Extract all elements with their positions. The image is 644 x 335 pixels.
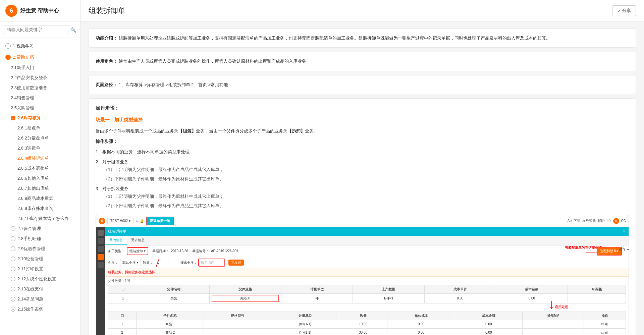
mock-annotation-row: 组装业务、拆卸业务在这里选择 — [105, 268, 629, 277]
mock-warehouse-search: 拆单仓库 — [198, 259, 225, 267]
mock-warehouse-search-label: 搜索仓库： — [180, 261, 197, 264]
mock-upper-table-label: 父件数量：1/件 — [108, 278, 626, 284]
role-text: 通常由生产人员或库管人员完成拆装业务的操作，库管人员确认原材料的出库和产成品的入… — [119, 59, 306, 64]
sidebar-item-stocktake[interactable]: 2.6.1盘点单 — [17, 123, 80, 133]
mock-th-qty2: 上产数量 — [353, 285, 425, 293]
table-cell: 关光 — [138, 293, 210, 303]
sidebar-logo: 6 好生意 帮助中心 — [0, 0, 80, 22]
table-cell: 1/件×1 — [353, 293, 425, 303]
table-cell: 0.00 — [455, 328, 522, 335]
mock-th-unit: 计量单位 — [281, 285, 353, 293]
svg-line-1 — [156, 259, 159, 268]
sidebar-item-cost-adjust[interactable]: 2.6.5成本调整单 — [17, 163, 80, 173]
plus-icon: + — [5, 43, 11, 49]
mock-label-date: 单据日期： — [152, 248, 169, 254]
nav-section-docs: - 2.帮助文档 2.1新手入门 2.2产品安装及登录 2.3使用前数据准备 2… — [0, 52, 80, 314]
mock-main-layout: 组装拆卸单 ✕ 基础信息 更多信息 加工类型： 组装拆卸 — [96, 227, 629, 335]
sidebar-item-inventory[interactable]: - 2.6库存核算 — [11, 113, 80, 123]
mock-sidebar-icon1 — [98, 230, 104, 236]
sidebar-item-ledger-query[interactable]: 2.6.9库存账本查询 — [17, 204, 80, 214]
mock-bom-btn: 选配料清单▾ — [597, 247, 622, 256]
sidebar-item-cases[interactable]: + 2.15操作案例 — [11, 304, 80, 314]
annotation-type-arrow — [152, 259, 166, 269]
sidebar-item-ledger-fix[interactable]: 2.6.10库存账本错了怎么办 — [17, 214, 80, 224]
sidebar-item-install[interactable]: 2.2产品安装及登录 — [11, 73, 80, 83]
sidebar-item-label-docs: 2.帮助文档 — [13, 54, 34, 60]
list-item: 1、根据不同的业务，选择不同单据的类型来处理 — [96, 148, 629, 156]
sidebar-item-faq[interactable]: + 2.14常见问题 — [11, 294, 80, 304]
minus-icon: - — [5, 55, 11, 60]
mock-form-title: 组装拆卸单 — [108, 228, 126, 235]
plus-icon-coupon: + — [11, 246, 15, 251]
sidebar-item-partial-stocktake[interactable]: 2.6.2分量盘点单 — [17, 133, 80, 143]
sidebar-item-coupon[interactable]: + 2.9优惠券管理 — [11, 244, 80, 254]
sidebar-item-payment[interactable]: + 2.13在线支付 — [11, 284, 80, 294]
sidebar-item-settings[interactable]: + 2.12系统个性化设置 — [11, 274, 80, 284]
list-item: （2）下部明细为子件明细，最终作为产成品生成其它入库单。 — [104, 202, 629, 210]
mock-icon2: 🔔 — [140, 218, 144, 224]
nav-sub-docs: 2.1新手入门 2.2产品安装及登录 2.3使用前数据准备 2.4销售管理 2.… — [0, 63, 80, 314]
plus-icon-settings: + — [11, 277, 15, 281]
table-cell: 30.00 — [339, 328, 387, 335]
mock-tabs: 基础信息 更多信息 — [105, 236, 629, 245]
share-button[interactable]: ↗ 分享 — [612, 5, 636, 16]
mock-confirm-btn[interactable]: 立发完 — [228, 260, 244, 266]
mock-th-check: ☐ — [108, 285, 138, 293]
sidebar-item-mobile[interactable]: + 2.8手机旺铺 — [11, 234, 80, 244]
sidebar-item-print[interactable]: + 2.11打印设置 — [11, 264, 80, 274]
sidebar-item-docs[interactable]: - 2.帮助文档 — [0, 52, 80, 63]
annotation-enable-arrow — [548, 301, 555, 309]
mock-link-center: 帮助中心 — [598, 218, 611, 224]
mock-label-docno: 单据编号： — [192, 248, 209, 254]
scenario-title: 场景一：加工类型选择 — [96, 116, 629, 124]
mock-lth-amount: 成本金额 — [455, 312, 522, 320]
sidebar-item-cost-recalc[interactable]: 2.6.8商品成本重算 — [17, 193, 80, 204]
sidebar-item-other-in[interactable]: 2.6.6其他入库单 — [17, 173, 80, 183]
sidebar-item-data-prep[interactable]: 2.3使用前数据准备 — [11, 83, 80, 93]
mock-th-available: 可调整 — [568, 285, 626, 293]
mock-icon1: ⚙ — [136, 218, 139, 224]
mock-tab-more[interactable]: 更多信息 — [127, 236, 149, 245]
mock-lower-table-container: ☐ 子件名称 规格型号 计量单位 数量 单位成本 成本金额 操作MV — [105, 310, 629, 335]
sidebar-item-finance[interactable]: + 2.7资金管理 — [11, 224, 80, 234]
mock-icons: ⚙ 🔔 — [136, 218, 144, 224]
list-item: （1）上部明细为父件明细，最终作为产成品生成其它入库单； — [104, 166, 629, 173]
mock-th-total: 成本金额 — [496, 285, 568, 293]
sub-list-assembly: （1）上部明细为父件明细，最终作为产成品生成其它入库单； （2）下部明细为子件明… — [96, 166, 629, 183]
mock-tab-basic[interactable]: 基础信息 — [105, 236, 127, 245]
sidebar-search-container: 🔍 — [0, 22, 80, 38]
mock-new-btn: 新建单据一笔 — [146, 217, 174, 225]
sidebar-item-label-video: 1.视频学习 — [13, 43, 34, 49]
plus-icon-payment: + — [11, 287, 15, 291]
svg-marker-3 — [550, 308, 553, 309]
mock-lth-action: 操作 — [584, 312, 626, 320]
table-cell: 0.00 — [387, 320, 455, 328]
table-cell — [523, 328, 584, 335]
sidebar-item-video[interactable]: + 1.视频学习 — [0, 41, 80, 51]
sidebar-nav: + 1.视频学习 - 2.帮助文档 2.1新手入门 2.2产品安装及登录 2.3… — [0, 38, 80, 335]
mock-lth-qty: 数量 — [339, 312, 387, 320]
mock-op-btns: 保存 ••• — [619, 247, 629, 253]
sidebar-item-newbie[interactable]: 2.1新手入门 — [11, 63, 80, 73]
share-icon: ↗ — [617, 8, 621, 13]
mock-cell-highlight: 关光(A) — [212, 295, 279, 302]
role-label: 使用角色： — [96, 59, 117, 64]
search-button[interactable]: 🔍 — [70, 27, 76, 33]
annotation-enable-text: 启用处理 — [555, 304, 568, 310]
mock-lower-row1: 1 商品 1 件×(1-1) 10.00 0.00 0.00 — [108, 320, 626, 328]
sidebar-item-purchase[interactable]: 2.5采购管理 — [11, 103, 80, 113]
mock-content-area: 组装拆卸单 ✕ 基础信息 更多信息 加工类型： 组装拆卸 — [105, 227, 629, 335]
sidebar-item-sales[interactable]: 2.4销售管理 — [11, 93, 80, 103]
table-cell: 0.00 — [496, 293, 568, 303]
sidebar-item-other-out[interactable]: 2.6.7其他出库单 — [17, 183, 80, 193]
mock-link-help: 在线帮助 — [582, 218, 596, 224]
mock-btn-save: 保存 — [619, 247, 626, 253]
mock-lth-ops: 操作MV — [523, 312, 584, 320]
role-card: 使用角色： 通常由生产人员或库管人员完成拆装业务的操作，库管人员确认原材料的出库… — [89, 52, 636, 71]
table-cell: □ 回 — [584, 320, 626, 328]
search-input[interactable] — [4, 25, 69, 34]
sidebar-item-assembly[interactable]: 2.6.4组装拆卸单 — [17, 153, 80, 163]
sidebar-item-ops[interactable]: + 2.10经营管理 — [11, 254, 80, 264]
mock-logo: 6 — [99, 218, 105, 224]
sidebar-item-transfer[interactable]: 2.6.3调拨单 — [17, 143, 80, 153]
